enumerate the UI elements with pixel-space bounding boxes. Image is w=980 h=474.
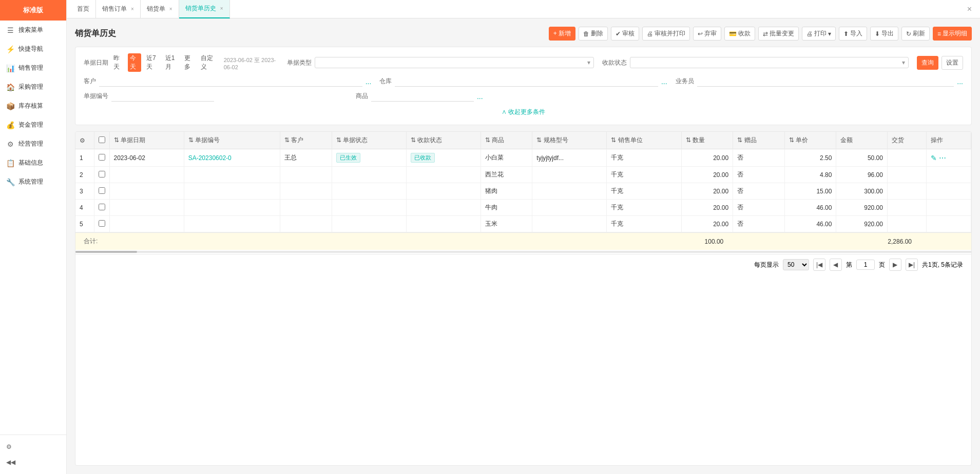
cell-checkbox[interactable] (94, 200, 109, 216)
col-quantity[interactable]: ⇅ 数量 (681, 132, 733, 149)
settings-button[interactable]: 设置 (941, 56, 963, 70)
col-customer[interactable]: ⇅ 客户 (280, 132, 332, 149)
delete-button[interactable]: 🗑 删除 (579, 27, 608, 41)
date-shortcut-yesterday[interactable]: 昨天 (111, 53, 125, 72)
filter-doc-no-input[interactable] (111, 91, 214, 102)
collapse-row[interactable]: ∧ 收起更多条件 (84, 106, 963, 118)
export-button[interactable]: ⬇ 导出 (870, 27, 898, 41)
filter-salesperson-dots[interactable]: ... (957, 77, 963, 86)
filter-doc-type-select[interactable]: ▾ (315, 57, 594, 68)
filter-date-item: 单据日期 昨天 今天 近7天 近1月 更多 自定义 2023-06-02 至 2… (84, 53, 279, 72)
cell-doc-status: 已生效 (332, 149, 406, 167)
print-button[interactable]: 🖨 打印 ▾ (802, 27, 836, 41)
show-detail-button[interactable]: ≡ 显示明细 (933, 27, 972, 41)
filter-payment-status-select[interactable]: ▾ (630, 57, 909, 68)
tab-sales-delivery-close[interactable]: × (169, 6, 172, 12)
sidebar-item-sales-mgmt[interactable]: 📊 销售管理 (0, 58, 66, 77)
sidebar-item-search-menu[interactable]: ☰ 搜索菜单 (0, 21, 66, 40)
date-shortcut-custom[interactable]: 自定义 (199, 53, 217, 72)
cell-checkbox[interactable] (94, 183, 109, 200)
page-prev-button[interactable]: ◀ (830, 259, 842, 271)
query-button[interactable]: 查询 (917, 56, 938, 70)
filter-customer-dots[interactable]: ... (366, 77, 372, 86)
page-next-button[interactable]: ▶ (889, 259, 901, 271)
row-checkbox[interactable] (99, 154, 105, 161)
tab-sales-history[interactable]: 销货单历史 × (179, 0, 230, 18)
tab-close-all-button[interactable]: × (963, 5, 976, 14)
filter-salesperson-input[interactable] (697, 76, 954, 87)
tab-sales-order[interactable]: 销售订单 × (96, 0, 141, 18)
col-unit-price[interactable]: ⇅ 单价 (784, 132, 836, 149)
action-more-icon[interactable]: ⋯ (939, 154, 946, 162)
sort-icon: ⇅ (411, 136, 416, 144)
sidebar-item-label: 资金管理 (18, 121, 43, 129)
page-header: 销货单历史 + 新增 🗑 删除 ✔ 审核 🖨 审核并打印 ↩ 弃审 (75, 27, 972, 41)
payment-status-dropdown-icon: ▾ (902, 59, 905, 66)
col-settings[interactable]: ⚙ (75, 132, 94, 149)
cell-spec-type: tyjyjtyjdf... (532, 149, 607, 167)
col-amount[interactable]: 金额 (836, 132, 887, 149)
tab-sales-history-close[interactable]: × (220, 6, 223, 11)
audit-print-button[interactable]: 🖨 审核并打印 (642, 27, 690, 41)
row-checkbox[interactable] (99, 220, 105, 227)
col-doc-no[interactable]: ⇅ 单据编号 (184, 132, 280, 149)
sidebar-item-base-info[interactable]: 📋 基础信息 (0, 153, 66, 172)
tab-sales-order-close[interactable]: × (131, 6, 134, 12)
col-checkbox[interactable] (94, 132, 109, 149)
data-table-wrap: ⚙ ⇅ 单据日期 ⇅ 单据编号 ⇅ 客户 ⇅ 单据状态 ⇅ 收款状态 ⇅ 商品 … (75, 131, 972, 466)
col-product[interactable]: ⇅ 商品 (481, 132, 532, 149)
sidebar-item-quick-nav[interactable]: ⚡ 快捷导航 (0, 40, 66, 58)
page-number-input[interactable]: 1 (856, 260, 875, 270)
col-doc-date[interactable]: ⇅ 单据日期 (109, 132, 184, 149)
col-sales-unit[interactable]: ⇅ 销售单位 (607, 132, 681, 149)
col-gift[interactable]: ⇅ 赠品 (733, 132, 785, 149)
doc-no-link[interactable]: SA-20230602-0 (188, 154, 232, 162)
col-spec-type[interactable]: ⇅ 规格型号 (532, 132, 607, 149)
row-checkbox[interactable] (99, 171, 105, 177)
row-checkbox[interactable] (99, 187, 105, 194)
date-shortcut-more[interactable]: 更多 (182, 53, 196, 72)
new-button[interactable]: + 新增 (549, 27, 575, 41)
sidebar-item-sys-mgmt[interactable]: 🔧 系统管理 (0, 172, 66, 191)
page-size-select[interactable]: 50 100 200 (783, 259, 809, 270)
sidebar-item-purchase-mgmt[interactable]: 🏠 采购管理 (0, 77, 66, 96)
abandon-button[interactable]: ↩ 弃审 (693, 27, 721, 41)
filter-product-dots[interactable]: ... (477, 92, 483, 101)
cell-gift: 否 (733, 200, 785, 216)
select-all-checkbox[interactable] (99, 136, 105, 143)
table-scrollbar[interactable] (75, 251, 971, 253)
tab-sales-delivery[interactable]: 销货单 × (141, 0, 179, 18)
filter-product-input[interactable] (371, 91, 474, 102)
cell-product: 玉米 (481, 216, 532, 232)
collect-button[interactable]: 💳 收款 (724, 27, 755, 41)
date-shortcut-1month[interactable]: 近1月 (163, 53, 179, 72)
row-checkbox[interactable] (99, 204, 105, 210)
page-first-button[interactable]: |◀ (813, 259, 825, 271)
sidebar-item-finance-mgmt[interactable]: 💰 资金管理 (0, 115, 66, 134)
tab-home[interactable]: 首页 (71, 0, 96, 18)
page-last-button[interactable]: ▶| (906, 259, 918, 271)
import-button[interactable]: ⬆ 导入 (839, 27, 867, 41)
sidebar-item-ops-mgmt[interactable]: ⚙ 经营管理 (0, 134, 66, 153)
cell-checkbox[interactable] (94, 216, 109, 232)
date-shortcut-7days[interactable]: 近7天 (144, 53, 160, 72)
sidebar-bottom-settings[interactable]: ⚙ (0, 439, 66, 455)
cell-checkbox[interactable] (94, 167, 109, 183)
doc-type-dropdown-icon: ▾ (587, 59, 590, 66)
filter-customer-input[interactable] (99, 76, 362, 87)
sort-icon: ⇅ (686, 136, 691, 144)
action-edit-icon[interactable]: ✎ (931, 154, 937, 162)
cell-action (926, 167, 971, 183)
batch-change-button[interactable]: ⇄ 批量变更 (758, 27, 799, 41)
cell-checkbox[interactable] (94, 149, 109, 167)
col-payment-status[interactable]: ⇅ 收款状态 (406, 132, 481, 149)
main-area: 首页 销售订单 × 销货单 × 销货单历史 × × 销货单历史 + 新增 🗑 删… (67, 0, 980, 474)
sidebar-bottom-collapse[interactable]: ◀◀ (0, 455, 66, 470)
col-doc-status[interactable]: ⇅ 单据状态 (332, 132, 406, 149)
refresh-button[interactable]: ↻ 刷新 (901, 27, 930, 41)
filter-warehouse-input[interactable] (395, 76, 658, 87)
date-shortcut-today[interactable]: 今天 (128, 53, 141, 72)
audit-button[interactable]: ✔ 审核 (611, 27, 639, 41)
filter-warehouse-dots[interactable]: ... (661, 77, 667, 86)
sidebar-item-inventory[interactable]: 📦 库存核算 (0, 96, 66, 115)
